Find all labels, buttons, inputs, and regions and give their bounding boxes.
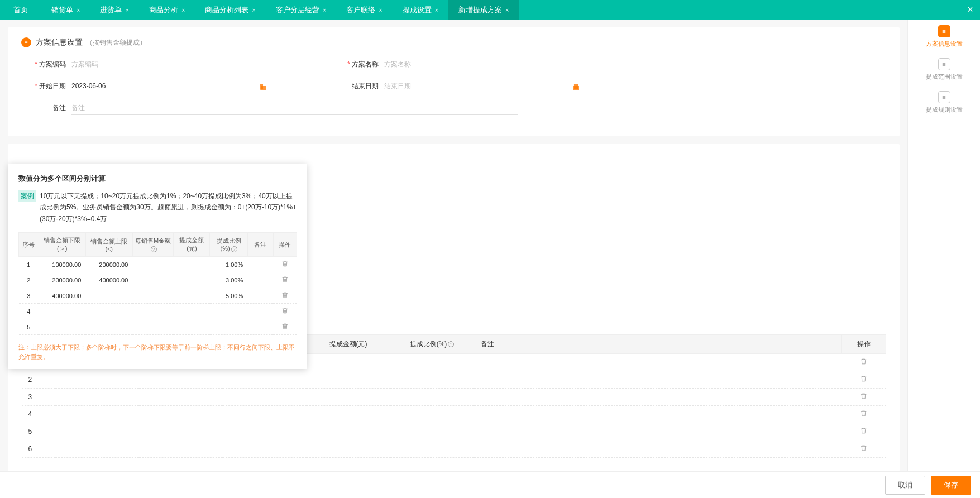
cell-remark[interactable] xyxy=(474,440,842,458)
cell-lower[interactable] xyxy=(39,319,85,335)
close-icon[interactable]: × xyxy=(77,7,80,13)
cell-per-m[interactable] xyxy=(223,406,307,423)
cell-per-m[interactable] xyxy=(223,423,307,440)
cell-per-m[interactable] xyxy=(132,272,174,288)
cell-ratio[interactable] xyxy=(390,371,474,389)
cell-upper[interactable]: 200000.00 xyxy=(85,257,132,272)
tab-home[interactable]: 首页 xyxy=(0,0,41,20)
cell-amount[interactable] xyxy=(307,406,390,423)
cell-lower[interactable]: 100000.00 xyxy=(39,257,85,272)
delete-icon[interactable] xyxy=(281,324,289,331)
cell-remark[interactable] xyxy=(474,389,842,406)
tab-new-commission-plan[interactable]: 新增提成方案× xyxy=(448,0,519,20)
cell-per-m[interactable] xyxy=(223,389,307,406)
cell-ratio[interactable] xyxy=(390,440,474,458)
cell-lower[interactable] xyxy=(55,389,139,406)
close-all-tabs-button[interactable]: × xyxy=(960,0,980,20)
cell-ratio[interactable]: 1.00% xyxy=(210,257,247,272)
cell-upper[interactable] xyxy=(85,319,132,335)
remark-input[interactable] xyxy=(71,101,518,114)
cell-lower[interactable]: 400000.00 xyxy=(39,288,85,304)
delete-icon[interactable] xyxy=(860,445,867,453)
cell-remark[interactable] xyxy=(247,319,273,335)
cell-upper[interactable]: 400000.00 xyxy=(85,272,132,288)
close-icon[interactable]: × xyxy=(181,7,185,13)
tab-customer-contact[interactable]: 客户联络× xyxy=(336,0,392,20)
cell-lower[interactable] xyxy=(55,440,139,458)
cell-remark[interactable] xyxy=(474,406,842,423)
close-icon[interactable]: × xyxy=(323,7,326,13)
delete-icon[interactable] xyxy=(281,309,289,315)
cancel-button[interactable]: 取消 xyxy=(885,476,925,495)
tab-goods-analysis-list[interactable]: 商品分析列表× xyxy=(195,0,265,20)
cell-ratio[interactable] xyxy=(210,304,247,319)
cell-ratio[interactable] xyxy=(390,406,474,423)
delete-icon[interactable] xyxy=(860,376,867,384)
close-icon[interactable]: × xyxy=(379,7,382,13)
save-button[interactable]: 保存 xyxy=(931,476,971,495)
cell-amount[interactable] xyxy=(307,423,390,440)
cell-ratio[interactable] xyxy=(210,319,247,335)
cell-ratio[interactable] xyxy=(390,389,474,406)
close-icon[interactable]: × xyxy=(505,7,509,13)
cell-amount[interactable] xyxy=(307,440,390,458)
cell-lower[interactable] xyxy=(39,304,85,319)
nav-step-info[interactable]: ≡ 方案信息设置 xyxy=(926,25,963,48)
cell-ratio[interactable] xyxy=(390,354,474,371)
cell-per-m[interactable] xyxy=(132,304,174,319)
cell-upper[interactable] xyxy=(139,389,223,406)
cell-remark[interactable] xyxy=(247,288,273,304)
cell-lower[interactable] xyxy=(55,406,139,423)
cell-amount[interactable] xyxy=(307,354,390,371)
tab-purchase-order[interactable]: 进货单× xyxy=(90,0,138,20)
cell-upper[interactable] xyxy=(139,406,223,423)
cell-upper[interactable] xyxy=(85,304,132,319)
cell-amount[interactable] xyxy=(307,389,390,406)
cell-amount[interactable] xyxy=(174,288,210,304)
nav-step-rule[interactable]: ≡ 提成规则设置 xyxy=(926,91,963,114)
cell-ratio[interactable]: 3.00% xyxy=(210,272,247,288)
close-icon[interactable]: × xyxy=(252,7,255,13)
cell-remark[interactable] xyxy=(247,272,273,288)
cell-lower[interactable] xyxy=(55,423,139,440)
cell-remark[interactable] xyxy=(247,304,273,319)
tab-commission-settings[interactable]: 提成设置× xyxy=(393,0,448,20)
close-icon[interactable]: × xyxy=(435,7,438,13)
tab-goods-analysis[interactable]: 商品分析× xyxy=(139,0,195,20)
cell-amount[interactable] xyxy=(174,319,210,335)
cell-per-m[interactable] xyxy=(132,257,174,272)
cell-per-m[interactable] xyxy=(132,288,174,304)
tab-sales-order[interactable]: 销货单× xyxy=(41,0,90,20)
cell-amount[interactable] xyxy=(174,304,210,319)
delete-icon[interactable] xyxy=(860,393,867,401)
delete-icon[interactable] xyxy=(860,410,867,419)
cell-amount[interactable] xyxy=(174,257,210,272)
cell-amount[interactable] xyxy=(174,272,210,288)
cell-per-m[interactable] xyxy=(223,440,307,458)
plan-name-input[interactable] xyxy=(384,58,580,71)
delete-icon[interactable] xyxy=(281,262,289,269)
delete-icon[interactable] xyxy=(860,358,867,367)
delete-icon[interactable] xyxy=(281,277,289,284)
cell-upper[interactable] xyxy=(139,440,223,458)
cell-upper[interactable] xyxy=(139,371,223,389)
cell-remark[interactable] xyxy=(474,423,842,440)
end-date-input[interactable] xyxy=(384,79,580,93)
nav-step-scope[interactable]: ≡ 提成范围设置 xyxy=(926,58,963,81)
cell-upper[interactable] xyxy=(139,423,223,440)
delete-icon[interactable] xyxy=(281,293,289,300)
cell-per-m[interactable] xyxy=(223,371,307,389)
cell-lower[interactable]: 200000.00 xyxy=(39,272,85,288)
calendar-icon[interactable]: ▦ xyxy=(572,82,580,90)
cell-ratio[interactable]: 5.00% xyxy=(210,288,247,304)
cell-lower[interactable] xyxy=(55,371,139,389)
cell-amount[interactable] xyxy=(307,371,390,389)
cell-remark[interactable] xyxy=(474,371,842,389)
start-date-input[interactable] xyxy=(71,79,267,93)
close-icon[interactable]: × xyxy=(125,7,128,13)
cell-ratio[interactable] xyxy=(390,423,474,440)
delete-icon[interactable] xyxy=(860,428,867,436)
cell-remark[interactable] xyxy=(247,257,273,272)
calendar-icon[interactable]: ▦ xyxy=(260,82,267,90)
cell-per-m[interactable] xyxy=(132,319,174,335)
